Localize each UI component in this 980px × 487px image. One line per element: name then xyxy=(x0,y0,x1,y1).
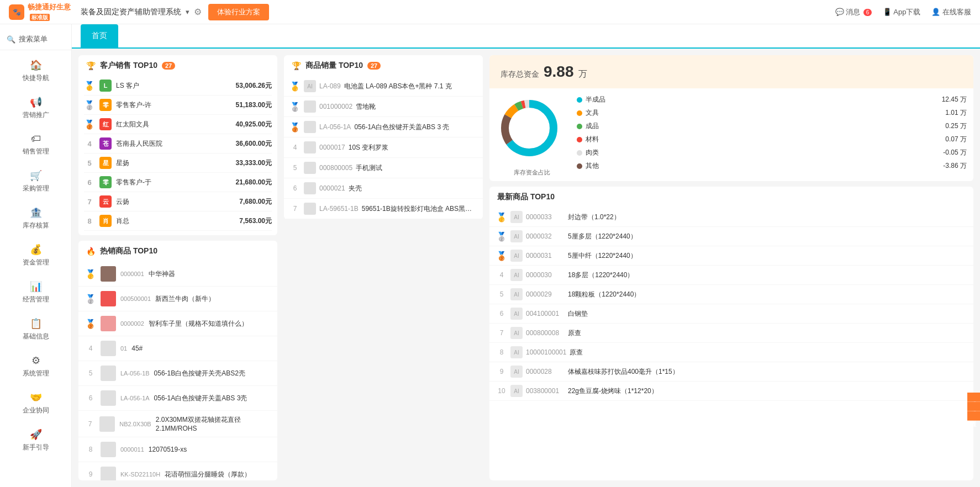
list-item: 🥇 AI 0000033 封边带（1.0*22） xyxy=(489,208,973,227)
marketing-icon: 📢 xyxy=(30,96,42,108)
medal-icon: 🥈 xyxy=(289,102,301,112)
cs-live-button[interactable]: 直播 xyxy=(967,411,980,421)
sidebar-item-guide[interactable]: 🚀 新手引导 xyxy=(0,422,71,459)
customer-amount: 36,600.00元 xyxy=(236,139,272,149)
list-item: 9 AI 0000028 体械嘉枝味苏打饮品400毫升（1*15） xyxy=(489,362,973,382)
hot-products-list: 🥇 0000001 中华神器 🥈 000500001 新西兰牛肉（新牛） xyxy=(78,262,277,480)
online-service-button[interactable]: 👤 在线客服 xyxy=(931,7,971,17)
legend-item: 文具 1.01 万 xyxy=(577,108,967,118)
product-ranking-list: 🥇 AI LA-089 电池盖 LA-089 ABS本色+黑种 7.1 克 🥈 … xyxy=(284,76,483,219)
product-image: AI xyxy=(510,308,523,320)
customer-name: 云扬 xyxy=(116,197,235,207)
product-image xyxy=(101,316,116,331)
sidebar-item-sales[interactable]: 🏷 销售管理 xyxy=(0,126,71,163)
product-image xyxy=(304,162,316,174)
right-column: 库存总资金 9.88 万 xyxy=(489,55,973,480)
sidebar-item-collab[interactable]: 🤝 企业协同 xyxy=(0,385,71,422)
product-ranking-badge: 27 xyxy=(367,62,381,70)
legend-item: 材料 0.07 万 xyxy=(577,135,967,144)
list-item: 4 AI 0000030 18多层（1220*2440） xyxy=(489,266,973,285)
sales-icon: 🏷 xyxy=(31,133,41,145)
list-item: 8 0000011 12070519-xs xyxy=(78,437,277,462)
list-item: 6 LA-056-1A 056-1A白色按键开关盖ABS 3壳 xyxy=(78,386,277,411)
medal-icon: 🥇 xyxy=(496,212,507,223)
customer-ranking-header: 🏆 客户销售 TOP10 27 xyxy=(78,55,277,76)
sidebar-item-operations[interactable]: 📊 经营管理 xyxy=(0,274,71,311)
avatar: 肖 xyxy=(99,215,112,227)
cs-community-button[interactable]: 服务社区 xyxy=(967,402,980,411)
new-products-list: 🥇 AI 0000033 封边带（1.0*22） 🥈 AI 0000032 5厘… xyxy=(489,208,973,401)
table-row: 7 云 云扬 7,680.00元 xyxy=(84,192,272,211)
customer-ranking-badge: 27 xyxy=(162,62,175,70)
table-row: 🥇 L LS 客户 53,006.26元 xyxy=(84,76,272,96)
new-products-header: 最新商品 TOP10 xyxy=(489,187,973,208)
product-image: AI xyxy=(510,230,523,242)
legend-item: 肉类 -0.05 万 xyxy=(577,148,967,157)
top-header: 🐾 畅捷通好生意 标准版 装备及固定资产辅助管理系统 ▾ ⚙ 体验行业方案 💬 … xyxy=(0,0,980,24)
customer-amount: 21,680.00元 xyxy=(236,178,272,187)
new-products-card: 最新商品 TOP10 🥇 AI 0000033 封边带（1.0*22） 🥈 AI xyxy=(489,187,973,480)
table-row: 6 零 零售客户-于 21,680.00元 xyxy=(84,173,272,192)
system-name: 装备及固定资产辅助管理系统 xyxy=(81,7,181,17)
sidebar-item-nav[interactable]: 🏠 快捷导航 xyxy=(0,52,71,89)
logo-icon: 🐾 xyxy=(9,4,24,20)
sidebar-item-inventory[interactable]: 🏦 库存核算 xyxy=(0,200,71,237)
operations-icon: 📊 xyxy=(30,280,42,293)
sidebar-item-marketing[interactable]: 📢 营销推广 xyxy=(0,89,71,126)
product-image xyxy=(101,390,116,406)
search-menu-button[interactable]: 🔍 搜索菜单 xyxy=(0,29,71,50)
product-image: AI xyxy=(510,385,523,397)
system-icon: ⚙ xyxy=(31,354,40,367)
product-image xyxy=(99,416,115,432)
messages-badge: 6 xyxy=(863,9,872,16)
legend-dot xyxy=(577,97,582,103)
hot-products-header: 🔥 热销商品 TOP10 xyxy=(78,241,277,262)
nav-tabs: 首页 xyxy=(72,24,980,49)
table-row: 6 0000021 夹壳 xyxy=(284,178,483,199)
base-icon: 📋 xyxy=(30,317,42,330)
list-item: 10 AI 003800001 22g鱼豆腐-烧烤味（1*12*20） xyxy=(489,382,973,401)
customer-amount: 40,925.00元 xyxy=(236,120,272,129)
app-download-button[interactable]: 📱 App下载 xyxy=(883,7,920,17)
legend-item: 半成品 12.45 万 xyxy=(577,95,967,104)
tab-home[interactable]: 首页 xyxy=(81,24,118,47)
cs-hotline-button[interactable]: 客服热线 xyxy=(967,393,980,402)
customer-name: 星扬 xyxy=(116,158,231,168)
customer-ranking-list: 🥇 L LS 客户 53,006.26元 🥈 零 零售客户-许 51,183.0… xyxy=(78,76,277,235)
inventory-card: 库存总资金 9.88 万 xyxy=(489,55,973,181)
customer-name: 零售客户-许 xyxy=(116,100,231,110)
sidebar-item-system[interactable]: ⚙ 系统管理 xyxy=(0,348,71,385)
list-item: 🥉 0000002 智利车子里（规格不知道填什么） xyxy=(78,311,277,336)
product-image xyxy=(304,121,316,133)
list-item: 🥉 AI 0000031 5厘中纤（1220*2440） xyxy=(489,246,973,266)
list-item: 🥈 000500001 新西兰牛肉（新牛） xyxy=(78,287,277,311)
list-item: 4 01 45# xyxy=(78,336,277,361)
system-selector[interactable]: 装备及固定资产辅助管理系统 ▾ ⚙ xyxy=(81,7,202,17)
avatar: 零 xyxy=(99,99,112,111)
table-row: 4 苍 苍南县人民医院 36,600.00元 xyxy=(84,134,272,153)
medal-icon: 🥈 xyxy=(496,231,507,242)
product-image: AI xyxy=(304,80,316,92)
sidebar-item-finance[interactable]: 💰 资金管理 xyxy=(0,237,71,274)
fire-icon: 🔥 xyxy=(86,247,96,256)
customer-name: LS 客户 xyxy=(116,81,231,91)
finance-icon: 💰 xyxy=(30,244,42,256)
customer-ranking-card: 🏆 客户销售 TOP10 27 🥇 L LS 客户 53,006.26元 xyxy=(78,55,277,235)
donut-svg xyxy=(496,95,562,161)
table-row: 🥇 AI LA-089 电池盖 LA-089 ABS本色+黑种 7.1 克 xyxy=(284,76,483,97)
sidebar-item-purchase[interactable]: 🛒 采购管理 xyxy=(0,163,71,200)
customer-amount: 7,680.00元 xyxy=(239,197,272,207)
chevron-down-icon[interactable]: ▾ xyxy=(186,8,189,16)
medal-icon: 🥉 xyxy=(85,319,96,329)
customer-amount: 51,183.00元 xyxy=(236,100,272,110)
sidebar-item-base[interactable]: 📋 基础信息 xyxy=(0,311,71,348)
guide-icon: 🚀 xyxy=(30,428,42,441)
customer-name: 红太阳文具 xyxy=(116,120,231,129)
list-item: 🥇 0000001 中华神器 xyxy=(78,262,277,287)
product-image: AI xyxy=(510,250,523,262)
messages-button[interactable]: 💬 消息 6 xyxy=(835,7,872,17)
trial-button[interactable]: 体验行业方案 xyxy=(208,4,269,20)
product-image xyxy=(101,266,116,282)
legend-dot xyxy=(577,137,582,142)
gear-icon[interactable]: ⚙ xyxy=(194,7,202,17)
